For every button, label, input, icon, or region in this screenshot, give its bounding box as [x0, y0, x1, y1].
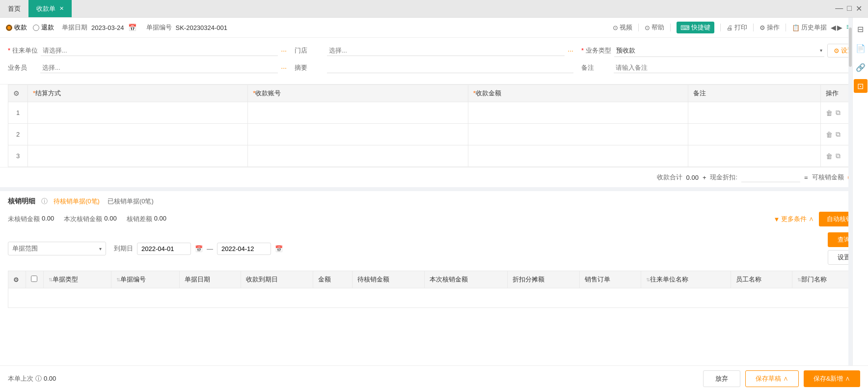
sidebar-link-icon[interactable]: 🔗 — [853, 60, 868, 75]
date-to-input[interactable] — [217, 243, 271, 255]
settlement-3[interactable] — [28, 145, 248, 167]
copy-icon-3[interactable]: ⧉ — [836, 152, 841, 160]
delete-icon-1[interactable]: 🗑 — [826, 109, 833, 117]
stat-current: 本次核销金额 0.00 — [64, 215, 116, 223]
gear-column: ⚙ — [8, 85, 28, 102]
section-header: 核销明细 ⓘ 待核销单据(0笔) 已核销单据(0笔) — [8, 197, 860, 206]
amount-2[interactable] — [468, 124, 688, 145]
settlement-2[interactable] — [28, 124, 248, 145]
summary-input[interactable] — [327, 62, 573, 73]
more-conditions-btn[interactable]: ▼ 更多条件 ∧ — [774, 215, 814, 223]
settlement-1[interactable] — [28, 102, 248, 124]
note-1[interactable] — [688, 102, 821, 124]
store-input[interactable] — [327, 45, 565, 56]
note-2[interactable] — [688, 124, 821, 145]
table-row: 2 🗑 ⧉ — [8, 124, 860, 145]
current-value: 0.00 — [104, 215, 116, 223]
business-type-select[interactable]: 预收款 ▾ — [614, 45, 824, 57]
sidebar-table-icon[interactable]: ⊟ — [854, 22, 867, 37]
cal-to-icon[interactable]: 📅 — [275, 245, 283, 252]
account-header: *收款账号 — [248, 85, 468, 102]
available-label: 可核销金额 — [812, 173, 844, 182]
history-btn[interactable]: 📋 历史单据 — [792, 23, 827, 32]
shortcut-btn[interactable]: ⌨ 快捷键 — [677, 22, 714, 33]
remarks-field: 备注 — [581, 62, 860, 73]
tab-close-icon[interactable]: ✕ — [59, 5, 64, 12]
gear-icon: ⚙ — [834, 47, 840, 55]
receipt-radio[interactable]: 收款 — [6, 23, 27, 32]
section-title: 核销明细 — [8, 197, 35, 206]
help-icon: ⊙ — [645, 24, 650, 31]
operation-btn[interactable]: ⚙ 操作 — [760, 23, 780, 32]
close-btn[interactable]: ✕ — [856, 4, 862, 13]
date-label: 到期日 — [114, 244, 133, 253]
minimize-btn[interactable]: — — [835, 4, 843, 13]
tab-home[interactable]: 首页 — [0, 0, 28, 17]
tab-receipt-label: 收款单 — [36, 4, 55, 13]
range-label: 单据范围 — [12, 244, 38, 253]
calendar-icon[interactable]: 📅 — [128, 24, 136, 31]
current-header: 本次核销金额 — [424, 271, 507, 288]
total-value: 0.00 — [686, 174, 699, 181]
copy-icon-1[interactable]: ⧉ — [836, 109, 841, 117]
doc-date-value: 2023-03-24 — [91, 24, 124, 31]
business-type-value: 预收款 — [616, 46, 818, 55]
help-btn[interactable]: ⊙ 帮助 — [645, 23, 664, 32]
shortcut-icon: ⌨ — [680, 24, 690, 31]
amount-3[interactable] — [468, 145, 688, 167]
maximize-btn[interactable]: □ — [847, 4, 852, 13]
tab-done[interactable]: 已核销单据(0笔) — [108, 197, 154, 206]
divider5 — [786, 24, 786, 31]
save-new-btn[interactable]: 保存&新增 ∧ — [804, 370, 860, 387]
summary-label: 摘要 — [295, 63, 324, 72]
copy-icon-2[interactable]: ⧉ — [836, 130, 841, 139]
table-gear-icon[interactable]: ⚙ — [13, 89, 20, 97]
video-btn[interactable]: ⊙ 视频 — [613, 23, 632, 32]
window-controls: — □ ✕ — [835, 4, 868, 13]
table2-gear-icon[interactable]: ⚙ — [13, 276, 19, 283]
table-row: 1 🗑 ⧉ — [8, 102, 860, 124]
salesman-input[interactable] — [40, 62, 278, 73]
unverified-label: 未核销金额 — [8, 215, 40, 223]
date-from-input[interactable] — [137, 243, 191, 255]
tab-bar: 首页 收款单 ✕ — □ ✕ — [0, 0, 868, 18]
from-unit-more-icon[interactable]: ··· — [281, 47, 287, 55]
from-unit-field: 往来单位 ··· — [8, 45, 287, 56]
delete-icon-3[interactable]: 🗑 — [826, 152, 833, 160]
operation-icon: ⚙ — [760, 24, 765, 31]
refund-radio[interactable]: 退款 — [33, 23, 54, 32]
sidebar-screen-icon[interactable]: ⊡ — [854, 79, 868, 93]
select-all-checkbox[interactable] — [31, 276, 37, 282]
save-draft-btn[interactable]: 保存草稿 ∧ — [745, 370, 799, 387]
print-btn[interactable]: 🖨 打印 — [727, 23, 747, 32]
store-field: 门店 ··· — [295, 45, 573, 56]
note-3[interactable] — [688, 145, 821, 167]
filter-icon: ▼ — [774, 216, 780, 223]
business-type-field: 业务类型 预收款 ▾ ⚙ 设置 — [581, 44, 860, 57]
discount-input[interactable] — [741, 172, 800, 182]
doc-num-header: ⇅单据编号 — [111, 271, 179, 288]
account-1[interactable] — [248, 102, 468, 124]
main-content: 收款 退款 单据日期 2023-03-24 📅 单据编号 SK-20230324… — [0, 18, 868, 391]
cal-from-icon[interactable]: 📅 — [195, 245, 203, 252]
delete-icon-2[interactable]: 🗑 — [826, 131, 833, 139]
amount-1[interactable] — [468, 102, 688, 124]
sidebar-doc-icon[interactable]: 📄 — [853, 41, 868, 56]
salesman-more-icon[interactable]: ··· — [281, 64, 287, 72]
summary-row: 收款合计 0.00 + 现金折扣: = 可核销金额 0.00 — [0, 167, 868, 187]
nav-next-btn[interactable]: ▶ — [837, 24, 842, 31]
pending-tab[interactable]: 待核销单据(0笔) — [54, 197, 100, 206]
account-3[interactable] — [248, 145, 468, 167]
scrollbar-thumb — [849, 28, 852, 67]
remarks-input[interactable] — [614, 62, 860, 73]
info-icon[interactable]: ⓘ — [41, 197, 48, 206]
nav-prev-btn[interactable]: ◀ — [831, 24, 836, 31]
range-select[interactable]: 单据范围 ▾ — [8, 242, 106, 255]
tab-receipt[interactable]: 收款单 ✕ — [28, 0, 72, 17]
scrollbar[interactable] — [848, 18, 852, 391]
account-2[interactable] — [248, 124, 468, 145]
abandon-btn[interactable]: 放弃 — [703, 370, 740, 387]
from-unit-input[interactable] — [41, 45, 278, 56]
store-more-icon[interactable]: ··· — [568, 47, 573, 55]
bottom-info-icon: ⓘ — [35, 374, 42, 383]
